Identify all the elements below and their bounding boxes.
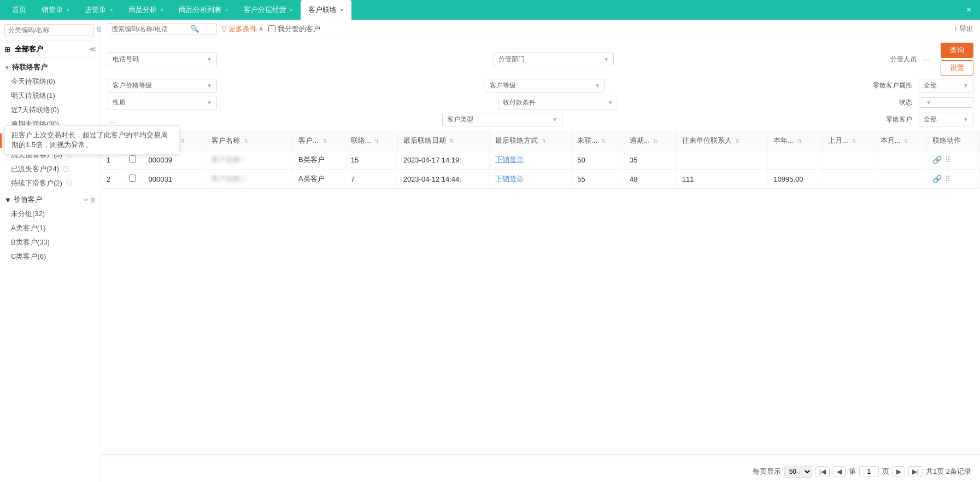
sidebar-class-b[interactable]: B类客户(33) — [0, 235, 101, 249]
row1-link-icon[interactable]: 🔗 — [932, 155, 942, 164]
price-level-filter[interactable]: 客户价格等级 ▼ — [108, 79, 217, 92]
sort-uncontacted-icon[interactable]: ⇅ — [601, 138, 606, 144]
row2-uncontacted: 55 — [572, 170, 624, 189]
row2-checkbox — [123, 170, 143, 189]
sidebar-unclassified[interactable]: 未分组(32) — [0, 207, 101, 221]
row2-method-link[interactable]: 下销货单 — [495, 175, 524, 183]
clevel-arrow: ▼ — [595, 83, 600, 89]
nav-purchase[interactable]: 进货单 × — [77, 0, 120, 20]
sidebar-search-input[interactable] — [4, 24, 94, 36]
row1-select[interactable] — [129, 155, 136, 162]
sidebar-value-title[interactable]: ▼ 价值客户 ✏ 🗑 — [0, 193, 101, 207]
sidebar-collapse-btn[interactable]: ≪ — [89, 45, 96, 53]
row2-dots-icon[interactable]: ⠿ — [945, 175, 950, 183]
nav-contact-close[interactable]: × — [340, 7, 343, 13]
sidebar-pending-title[interactable]: ▼ 待联络客户 — [0, 60, 101, 74]
sort-date-icon[interactable]: ⇅ — [449, 138, 454, 144]
horizontal-scrollbar[interactable] — [101, 454, 980, 461]
sort-lmonth-icon[interactable]: ⇅ — [852, 138, 856, 144]
sort-contact-icon[interactable]: ⇅ — [374, 138, 379, 144]
main-search-icon[interactable]: 🔍 — [190, 25, 199, 33]
my-customers-checkbox[interactable] — [268, 25, 275, 32]
th-last-method: 最后联络方式 ⇅ — [489, 131, 571, 150]
row1-dots-icon[interactable]: ⠿ — [945, 155, 950, 164]
advanced-filters: 电话号码 ▼ 分管部门 ▼ 分管人员 ··· 查询 设置 客 — [101, 38, 980, 131]
sidebar-tomorrow[interactable]: 明天待联络(1) — [0, 89, 101, 103]
customer-level-filter[interactable]: 客户等级 ▼ — [485, 79, 605, 92]
main-search-input[interactable] — [112, 25, 188, 33]
row2-actions: 🔗 ⠿ — [927, 170, 980, 189]
sort-method-icon[interactable]: ⇅ — [542, 138, 546, 144]
settings-btn[interactable]: 设置 — [941, 60, 973, 76]
row2-overdue: 48 — [624, 170, 676, 189]
nav-customer-contact[interactable]: 客户联络 × — [301, 0, 351, 20]
sidebar-all-customers-header: ⊞ 全部客户 ≪ — [0, 41, 101, 58]
th-last-month: 上月... ⇅ — [822, 131, 875, 150]
edit-icon[interactable]: ✏ 🗑 — [84, 196, 96, 204]
query-btn[interactable]: 查询 — [941, 43, 973, 58]
row2-last-date: 2023-04-12 14:44: — [397, 170, 489, 189]
nav-analysis[interactable]: 商品分析 × — [121, 0, 171, 20]
customer-type-filter[interactable]: 客户类型 ▼ — [442, 113, 562, 126]
more-conditions-btn[interactable]: ▽ 更多条件 ∧ — [221, 24, 264, 34]
page-number-input[interactable] — [859, 466, 879, 477]
row1-uncontacted: 50 — [572, 150, 624, 170]
row2-select[interactable] — [129, 175, 136, 182]
row4-dots[interactable]: ... — [110, 115, 116, 124]
first-page-btn[interactable]: |◀ — [815, 466, 830, 477]
nav-purchase-close[interactable]: × — [109, 7, 113, 13]
nav-home[interactable]: 首页 — [4, 0, 34, 20]
grid-icon: ⊞ — [4, 45, 10, 54]
th-this-month: 本月... ⇅ — [875, 131, 927, 150]
sidebar-class-c[interactable]: C类客户(6) — [0, 249, 101, 264]
row2-last-month — [822, 170, 875, 189]
sidebar-class-a[interactable]: A类客户(1) — [0, 221, 101, 235]
row2-last-method: 下销货单 — [489, 170, 571, 189]
nav-analysis-list[interactable]: 商品分析列表 × — [171, 0, 236, 20]
nav-sales[interactable]: 销货单 × — [34, 0, 77, 20]
close-all-btn[interactable]: × — [962, 5, 976, 15]
status-filter[interactable]: ▼ — [919, 97, 973, 108]
last-page-btn[interactable]: ▶| — [908, 466, 923, 477]
sort-year-icon[interactable]: ⇅ — [797, 138, 802, 144]
gender-filter[interactable]: 性质 ▼ — [108, 96, 217, 109]
sidebar-search-icon[interactable]: 🔍 — [96, 26, 101, 34]
row1-method-link[interactable]: 下销货单 — [495, 155, 524, 164]
sort-name-icon[interactable]: ⇅ — [244, 138, 248, 144]
retail-customer-filter[interactable]: 全部 ▼ — [919, 113, 973, 126]
sidebar-7days[interactable]: 近7天待联络(0) — [0, 103, 101, 117]
gender-arrow: ▼ — [207, 100, 212, 106]
sort-code-icon[interactable]: ⇅ — [180, 138, 185, 144]
sidebar-churned[interactable]: 已流失客户(24) ⓘ — [0, 162, 101, 176]
prev-page-btn[interactable]: ◀ — [833, 466, 846, 477]
page-label: 第 — [849, 467, 856, 477]
table-row: 1 000039 客户名称一 B类客户 15 2023-04-17 14:19:… — [101, 150, 980, 170]
hscroll-inner — [101, 455, 980, 455]
person-dots[interactable]: ··· — [923, 55, 930, 63]
sort-tmonth-icon[interactable]: ⇅ — [904, 138, 908, 144]
next-page-btn[interactable]: ▶ — [893, 466, 905, 477]
sort-contacts-icon[interactable]: ⇅ — [735, 138, 740, 144]
sort-type-icon[interactable]: ⇅ — [322, 138, 327, 144]
th-type: 客户... ⇅ — [293, 131, 345, 150]
department-filter[interactable]: 分管部门 ▼ — [494, 53, 614, 66]
payment-arrow: ▼ — [608, 100, 613, 106]
row2-link-icon[interactable]: 🔗 — [932, 175, 942, 183]
nav-analysis-list-close[interactable]: × — [225, 7, 228, 13]
nav-analysis-close[interactable]: × — [160, 7, 163, 13]
phone-filter[interactable]: 电话号码 ▼ — [108, 53, 217, 66]
nav-customer-segment[interactable]: 客户分层经营 × — [236, 0, 301, 20]
payment-filter[interactable]: 收付款条件 ▼ — [498, 96, 618, 109]
sort-overdue-icon[interactable]: ⇅ — [653, 138, 658, 144]
sidebar-declining[interactable]: 持续下滑客户(2) ⓘ — [0, 176, 101, 190]
my-customers-filter: 我分管的客户 — [268, 24, 320, 34]
row1-actions: 🔗 ⠿ — [927, 150, 980, 170]
page-size-select[interactable]: 50 100 200 — [784, 466, 812, 478]
retail-attr-filter[interactable]: 全部 ▼ — [919, 79, 973, 92]
export-btn[interactable]: ↑ 导出 — [954, 24, 974, 34]
main-layout: 🔍 ⊞ 全部客户 ≪ ▼ 待联络客户 今天待联络(0) 明天待联络(1) 近7天… — [0, 20, 980, 482]
ctype-arrow: ▼ — [552, 117, 558, 123]
nav-sales-close[interactable]: × — [66, 7, 69, 13]
nav-segment-close[interactable]: × — [290, 7, 293, 13]
sidebar-today[interactable]: 今天待联络(0) — [0, 74, 101, 89]
